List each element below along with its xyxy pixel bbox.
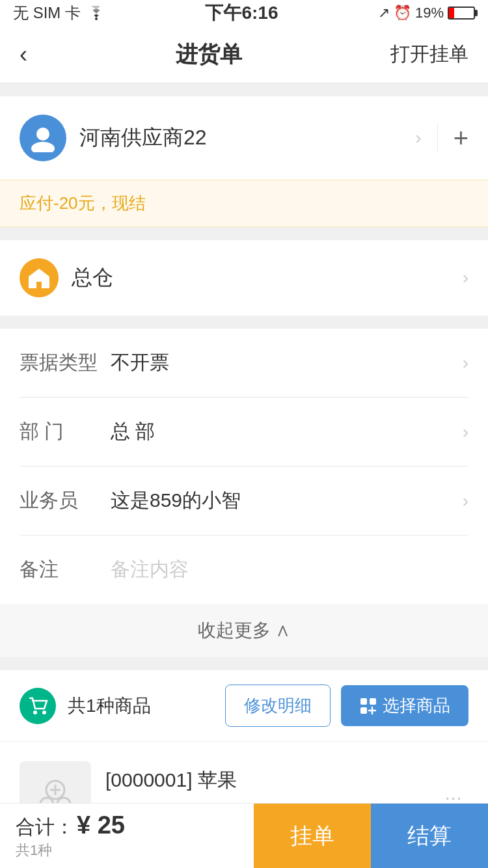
supplier-row[interactable]: 河南供应商22 › +	[0, 96, 488, 180]
svg-rect-6	[370, 698, 376, 705]
home-icon	[27, 266, 51, 290]
open-hang-button[interactable]: 打开挂单	[390, 41, 468, 68]
modify-detail-button[interactable]: 修改明细	[225, 685, 331, 727]
collapse-text: 收起更多 ∧	[198, 618, 291, 643]
product-name: [0000001] 苹果	[105, 767, 438, 794]
main-content: 河南供应商22 › + 应付-20元，现结 总仓 › 票据类型 不开票 ›	[0, 83, 488, 868]
invoice-type-label: 票据类型	[20, 349, 104, 376]
department-chevron-icon: ›	[463, 422, 468, 442]
bottom-bar: 合计： ¥ 25 共1种 挂单 结算	[0, 803, 488, 868]
svg-point-4	[42, 711, 46, 714]
product-count-icon	[20, 688, 56, 724]
remark-row[interactable]: 备注 备注内容	[0, 536, 488, 604]
warehouse-name: 总仓	[72, 264, 463, 292]
product-count-text: 共1种商品	[68, 694, 225, 718]
invoice-chevron-icon: ›	[463, 353, 468, 373]
status-right: ↗ ⏰ 19%	[378, 5, 475, 21]
collapse-toggle[interactable]: 收起更多 ∧	[0, 604, 488, 657]
svg-point-0	[95, 18, 98, 20]
supplier-avatar	[20, 115, 66, 161]
gap-3	[0, 316, 488, 329]
hang-label: 挂单	[290, 821, 334, 851]
warehouse-chevron-icon: ›	[463, 267, 468, 288]
supplier-divider	[437, 124, 438, 152]
form-section: 票据类型 不开票 › 部 门 总 部 › 业务员 这是859的小智 › 备注 备…	[0, 329, 488, 604]
svg-point-1	[36, 128, 49, 141]
person-icon	[29, 124, 57, 152]
settle-button[interactable]: 结算	[371, 804, 488, 868]
wifi-icon	[87, 6, 105, 20]
salesperson-chevron-icon: ›	[463, 491, 468, 511]
total-amount: ¥ 25	[77, 811, 125, 839]
svg-point-2	[31, 142, 55, 152]
location-icon: ↗	[378, 5, 390, 21]
gap-4	[0, 657, 488, 670]
page-title: 进货单	[176, 40, 242, 70]
svg-rect-7	[360, 707, 367, 714]
invoice-type-value: 不开票	[104, 349, 463, 376]
supplier-chevron-icon: ›	[415, 128, 421, 148]
status-time: 下午6:16	[205, 1, 278, 25]
salesperson-value: 这是859的小智	[104, 487, 463, 514]
department-row[interactable]: 部 门 总 部 ›	[0, 398, 488, 466]
gap-1	[0, 83, 488, 96]
remark-label: 备注	[20, 556, 104, 583]
nav-bar: ‹ 进货单 打开挂单	[0, 26, 488, 83]
supplier-name: 河南供应商22	[79, 124, 415, 152]
back-button[interactable]: ‹	[20, 41, 27, 68]
select-product-icon	[359, 697, 377, 715]
product-code: [0000001]	[105, 769, 192, 791]
status-left: 无 SIM 卡	[13, 3, 105, 23]
svg-rect-5	[360, 698, 367, 705]
invoice-type-row[interactable]: 票据类型 不开票 ›	[0, 329, 488, 397]
carrier-text: 无 SIM 卡	[13, 3, 81, 23]
product-header: 共1种商品 修改明细 选择商品	[0, 670, 488, 742]
warehouse-section: 总仓 ›	[0, 240, 488, 316]
salesperson-label: 业务员	[20, 487, 104, 514]
battery-icon	[448, 7, 475, 20]
add-supplier-button[interactable]: +	[454, 124, 468, 153]
status-bar: 无 SIM 卡 下午6:16 ↗ ⏰ 19%	[0, 0, 488, 26]
select-product-label: 选择商品	[383, 694, 450, 717]
select-product-button[interactable]: 选择商品	[341, 685, 468, 726]
alert-banner: 应付-20元，现结	[0, 180, 488, 227]
remark-placeholder: 备注内容	[104, 556, 468, 583]
battery-percent: 19%	[415, 5, 444, 21]
alarm-icon: ⏰	[394, 5, 411, 21]
total-count: 共1种	[16, 841, 238, 860]
cart-icon	[27, 696, 48, 716]
settle-label: 结算	[407, 821, 452, 851]
gap-2	[0, 227, 488, 240]
supplier-section: 河南供应商22 › + 应付-20元，现结	[0, 96, 488, 227]
total-section: 合计： ¥ 25 共1种	[0, 804, 254, 868]
warehouse-row[interactable]: 总仓 ›	[0, 240, 488, 316]
warehouse-icon	[20, 258, 59, 297]
department-label: 部 门	[20, 418, 104, 445]
total-label: 合计：	[16, 814, 74, 841]
svg-point-3	[33, 711, 37, 714]
hang-button[interactable]: 挂单	[254, 804, 371, 868]
department-value: 总 部	[104, 418, 463, 445]
salesperson-row[interactable]: 业务员 这是859的小智 ›	[0, 467, 488, 535]
